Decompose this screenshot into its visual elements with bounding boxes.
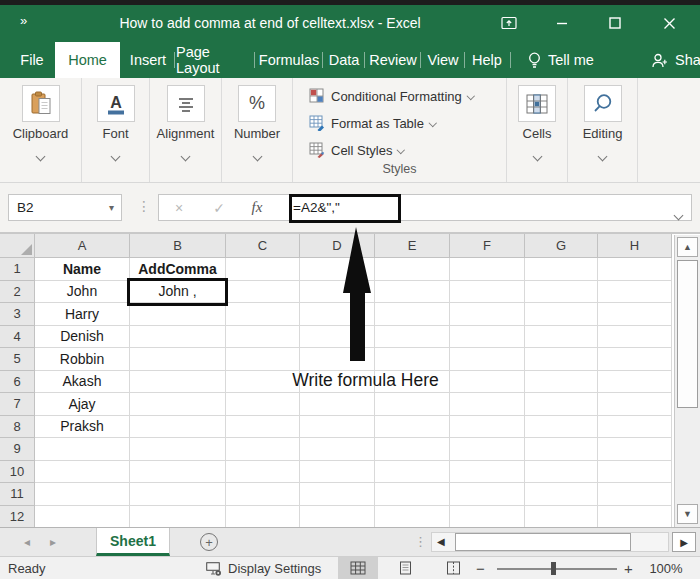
insert-function-icon[interactable]: fx xyxy=(239,199,275,216)
cell-E12[interactable] xyxy=(375,506,450,528)
font-group[interactable]: A Font xyxy=(82,78,150,182)
cell-B12[interactable] xyxy=(130,506,226,528)
cell-D12[interactable] xyxy=(300,506,375,528)
vertical-scrollbar[interactable]: ▲ ▼ xyxy=(674,235,700,527)
cell-D9[interactable] xyxy=(300,438,375,461)
cell-A6[interactable]: Akash xyxy=(35,371,130,394)
row-header-4[interactable]: 4 xyxy=(0,326,35,349)
cell-F12[interactable] xyxy=(450,506,525,528)
cell-C3[interactable] xyxy=(226,303,300,326)
zoom-slider-thumb[interactable] xyxy=(551,562,556,575)
name-box[interactable]: B2 ▾ xyxy=(8,194,122,221)
cell-C9[interactable] xyxy=(226,438,300,461)
row-header-12[interactable]: 12 xyxy=(0,506,35,528)
chevron-down-icon[interactable] xyxy=(599,146,606,164)
cell-A10[interactable] xyxy=(35,461,130,484)
tab-view[interactable]: View xyxy=(422,42,464,78)
row-header-9[interactable]: 9 xyxy=(0,438,35,461)
sheet-nav-right-icon[interactable]: ▸ xyxy=(50,535,56,549)
cell-F8[interactable] xyxy=(450,416,525,439)
cell-H8[interactable] xyxy=(598,416,672,439)
cell-C4[interactable] xyxy=(226,326,300,349)
cell-F5[interactable] xyxy=(450,348,525,371)
new-sheet-button[interactable]: + xyxy=(200,533,218,551)
editing-group[interactable]: Editing xyxy=(568,78,638,182)
cell-C7[interactable] xyxy=(226,393,300,416)
tab-page-layout[interactable]: Page Layout xyxy=(176,42,254,78)
cell-E5[interactable] xyxy=(375,348,450,371)
cell-A9[interactable] xyxy=(35,438,130,461)
column-header-B[interactable]: B xyxy=(130,234,226,258)
ribbon-display-options-icon[interactable] xyxy=(496,11,522,35)
cell-G6[interactable] xyxy=(525,371,598,394)
row-header-8[interactable]: 8 xyxy=(0,416,35,439)
cell-H11[interactable] xyxy=(598,483,672,506)
cell-H10[interactable] xyxy=(598,461,672,484)
cell-A1[interactable]: Name xyxy=(35,258,130,281)
cell-D7[interactable] xyxy=(300,393,375,416)
normal-view-button[interactable] xyxy=(338,557,378,579)
zoom-slider[interactable] xyxy=(497,568,617,570)
cell-C10[interactable] xyxy=(226,461,300,484)
cell-H5[interactable] xyxy=(598,348,672,371)
cells-group[interactable]: Cells xyxy=(507,78,568,182)
column-header-H[interactable]: H xyxy=(598,234,672,258)
cell-F7[interactable] xyxy=(450,393,525,416)
tab-insert[interactable]: Insert xyxy=(122,42,174,78)
quick-access-chevrons-icon[interactable]: » xyxy=(20,13,26,28)
minimize-button[interactable] xyxy=(549,11,575,35)
cell-B6[interactable] xyxy=(130,371,226,394)
column-header-E[interactable]: E xyxy=(375,234,450,258)
cell-H3[interactable] xyxy=(598,303,672,326)
cell-C8[interactable] xyxy=(226,416,300,439)
cell-D3[interactable] xyxy=(300,303,375,326)
clipboard-group[interactable]: Clipboard xyxy=(0,78,82,182)
row-header-6[interactable]: 6 xyxy=(0,371,35,394)
enter-icon[interactable]: ✓ xyxy=(199,200,239,216)
cell-D1[interactable] xyxy=(300,258,375,281)
cell-F9[interactable] xyxy=(450,438,525,461)
number-group[interactable]: % Number xyxy=(222,78,293,182)
cell-A5[interactable]: Robbin xyxy=(35,348,130,371)
cell-D8[interactable] xyxy=(300,416,375,439)
cell-H9[interactable] xyxy=(598,438,672,461)
scroll-right-icon[interactable]: ▶ xyxy=(672,532,696,552)
cell-H4[interactable] xyxy=(598,326,672,349)
cell-E7[interactable] xyxy=(375,393,450,416)
cell-H2[interactable] xyxy=(598,281,672,304)
cell-C1[interactable] xyxy=(226,258,300,281)
sheet-nav-left-icon[interactable]: ◂ xyxy=(24,535,30,549)
cell-A3[interactable]: Harry xyxy=(35,303,130,326)
expand-formula-bar-icon[interactable] xyxy=(675,205,682,223)
cell-A7[interactable]: Ajay xyxy=(35,393,130,416)
cell-G3[interactable] xyxy=(525,303,598,326)
cell-E2[interactable] xyxy=(375,281,450,304)
column-header-G[interactable]: G xyxy=(525,234,598,258)
column-header-A[interactable]: A xyxy=(35,234,130,258)
cell-F3[interactable] xyxy=(450,303,525,326)
cell-styles-button[interactable]: Cell Styles xyxy=(309,140,404,160)
cell-G11[interactable] xyxy=(525,483,598,506)
cell-C2[interactable] xyxy=(226,281,300,304)
column-header-D[interactable]: D xyxy=(300,234,375,258)
vertical-scroll-thumb[interactable] xyxy=(677,260,698,408)
display-settings-button[interactable]: Display Settings xyxy=(205,559,321,578)
cell-E11[interactable] xyxy=(375,483,450,506)
tab-home[interactable]: Home xyxy=(55,42,120,78)
tab-formulas[interactable]: Formulas xyxy=(256,42,322,78)
cell-D5[interactable] xyxy=(300,348,375,371)
row-header-7[interactable]: 7 xyxy=(0,393,35,416)
formula-bar[interactable]: × ✓ fx =A2&"," xyxy=(158,194,692,221)
cell-B5[interactable] xyxy=(130,348,226,371)
magnifier-icon[interactable] xyxy=(584,85,622,122)
cell-G7[interactable] xyxy=(525,393,598,416)
cell-D11[interactable] xyxy=(300,483,375,506)
cell-G10[interactable] xyxy=(525,461,598,484)
cell-G1[interactable] xyxy=(525,258,598,281)
align-lines-icon[interactable] xyxy=(167,85,205,122)
cell-F4[interactable] xyxy=(450,326,525,349)
scroll-left-icon[interactable]: ◀ xyxy=(437,536,445,547)
horizontal-scroll-thumb[interactable] xyxy=(455,533,631,551)
cell-E8[interactable] xyxy=(375,416,450,439)
cell-C12[interactable] xyxy=(226,506,300,528)
